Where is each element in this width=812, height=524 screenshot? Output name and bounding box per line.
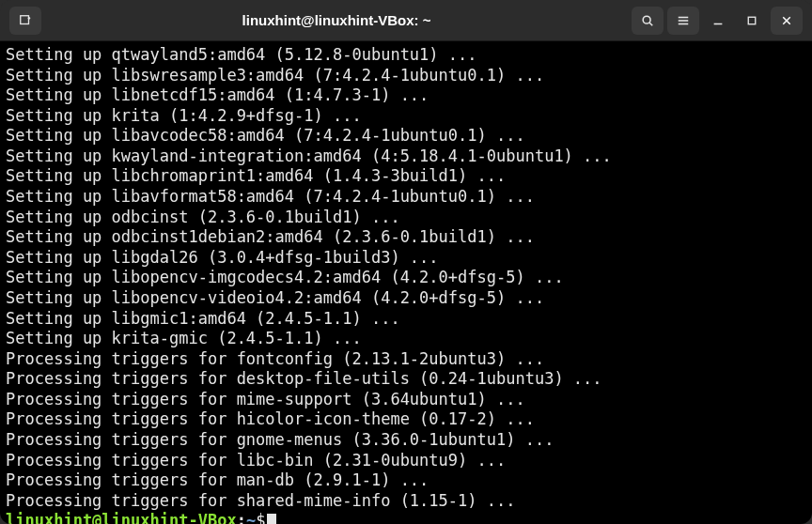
terminal-line: Processing triggers for libc-bin (2.31-0…	[6, 451, 806, 471]
terminal-line: Setting up libnetcdf15:amd64 (1:4.7.3-1)…	[6, 85, 806, 106]
prompt-user-host: linuxhint@linuxhint-VBox	[6, 511, 237, 524]
hamburger-icon	[677, 14, 690, 27]
terminal-line: Processing triggers for mime-support (3.…	[6, 390, 806, 410]
terminal-line: Setting up odbcinst (2.3.6-0.1build1) ..…	[6, 208, 806, 228]
prompt-path: ~	[246, 511, 256, 524]
close-button[interactable]	[771, 7, 803, 35]
maximize-button[interactable]	[737, 7, 767, 35]
terminal-line: Processing triggers for gnome-menus (3.3…	[6, 430, 806, 451]
svg-rect-0	[21, 15, 29, 23]
terminal-line: Processing triggers for man-db (2.9.1-1)…	[6, 470, 806, 491]
search-icon	[641, 14, 654, 27]
terminal-line: Setting up libavformat58:amd64 (7:4.2.4-…	[6, 187, 806, 208]
svg-line-2	[649, 23, 652, 25]
terminal-line: Processing triggers for desktop-file-uti…	[6, 369, 806, 390]
titlebar-left	[9, 7, 41, 35]
svg-rect-7	[748, 17, 756, 24]
new-tab-button[interactable]	[9, 7, 41, 35]
terminal-line: Setting up krita-gmic (2.4.5-1.1) ...	[6, 329, 806, 349]
new-tab-icon	[19, 14, 32, 27]
terminal-body[interactable]: Setting up qtwayland5:amd64 (5.12.8-0ubu…	[0, 41, 812, 524]
terminal-line: Processing triggers for fontconfig (2.13…	[6, 349, 806, 370]
terminal-window: linuxhint@linuxhint-VBox: ~	[0, 0, 812, 524]
terminal-line: Setting up qtwayland5:amd64 (5.12.8-0ubu…	[6, 45, 806, 66]
terminal-line: Setting up libavcodec58:amd64 (7:4.2.4-1…	[6, 126, 806, 146]
svg-point-1	[643, 16, 650, 23]
terminal-line: Setting up libopencv-videoio4.2:amd64 (4…	[6, 288, 806, 309]
terminal-line: Setting up kwayland-integration:amd64 (4…	[6, 146, 806, 167]
prompt-line: linuxhint@linuxhint-VBox:~$	[6, 511, 806, 524]
prompt-symbol: $	[256, 511, 265, 524]
titlebar: linuxhint@linuxhint-VBox: ~	[0, 0, 812, 41]
minimize-button[interactable]	[703, 7, 733, 35]
terminal-line: Setting up libswresample3:amd64 (7:4.2.4…	[6, 66, 806, 86]
titlebar-right	[632, 7, 803, 35]
terminal-line: Setting up libchromaprint1:amd64 (1.4.3-…	[6, 166, 806, 187]
terminal-line: Setting up libopencv-imgcodecs4.2:amd64 …	[6, 268, 806, 288]
terminal-line: Processing triggers for hicolor-icon-the…	[6, 409, 806, 430]
minimize-icon	[711, 14, 725, 27]
cursor	[267, 514, 276, 524]
terminal-line: Setting up libgmic1:amd64 (2.4.5-1.1) ..…	[6, 309, 806, 330]
search-button[interactable]	[632, 7, 664, 35]
close-icon	[781, 15, 792, 26]
terminal-line: Processing triggers for shared-mime-info…	[6, 491, 806, 512]
terminal-line: Setting up libgdal26 (3.0.4+dfsg-1build3…	[6, 248, 806, 269]
prompt-colon: :	[237, 511, 246, 524]
terminal-line: Setting up odbcinst1debian2:amd64 (2.3.6…	[6, 227, 806, 248]
maximize-icon	[746, 15, 757, 26]
window-title: linuxhint@linuxhint-VBox: ~	[242, 12, 431, 28]
terminal-line: Setting up krita (1:4.2.9+dfsg-1) ...	[6, 106, 806, 127]
menu-button[interactable]	[667, 7, 699, 35]
